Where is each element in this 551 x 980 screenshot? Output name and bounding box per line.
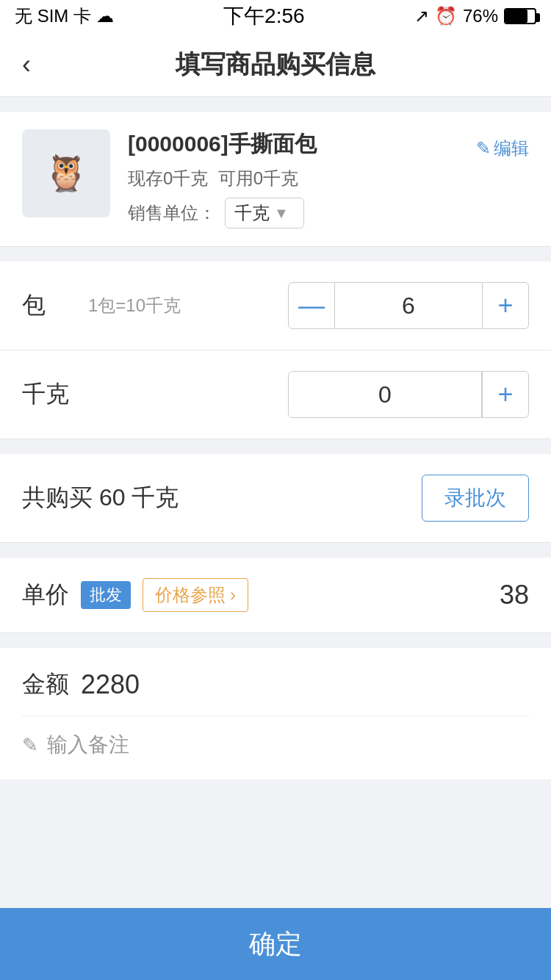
kg-qty-input[interactable] [288,371,482,418]
sim-label: 无 SIM 卡 ☁ [15,4,114,28]
remark-row[interactable]: ✎ 输入备注 [22,716,529,779]
location-icon: ↗ [414,6,429,26]
price-section: 单价 批发 价格参照 › 38 [0,558,551,633]
kg-label: 千克 [22,378,81,411]
edit-button[interactable]: ✎ 编辑 [476,137,529,160]
bag-plus-button[interactable]: + [482,282,529,329]
nav-bar: ‹ 填写商品购买信息 [0,32,551,97]
price-label: 单价 [22,579,69,611]
alarm-icon: ⏰ [435,6,457,26]
price-value: 38 [500,580,529,610]
total-row: 共购买 60 千克 录批次 [0,454,551,543]
price-ref-button[interactable]: 价格参照 › [143,578,248,612]
price-tag: 批发 [81,581,131,609]
product-card: 🦉 [0000006]手撕面包 ✎ 编辑 现存0千克 可用0千克 销售单位： 千… [0,112,551,247]
status-left: 无 SIM 卡 ☁ [15,4,114,28]
price-ref-arrow-icon: › [230,585,236,605]
bag-qty-input[interactable] [335,282,482,329]
status-bar: 无 SIM 卡 ☁ 下午2:56 ↗ ⏰ 76% [0,0,551,32]
quantity-section: 包 1包=10千克 — + 千克 + [0,262,551,439]
amount-value: 2280 [81,669,140,700]
confirm-bar[interactable]: 确定 [0,908,551,980]
edit-icon: ✎ [476,138,491,159]
bag-qty-row: 包 1包=10千克 — + [0,262,551,350]
battery-text: 76% [463,6,498,26]
product-info: [0000006]手撕面包 ✎ 编辑 现存0千克 可用0千克 销售单位： 千克 … [128,129,529,228]
bag-qty-controls: — + [288,282,529,329]
total-text: 共购买 60 千克 [22,482,179,514]
kg-qty-row: 千克 + [0,350,551,439]
battery-icon [504,8,536,24]
unit-value: 千克 [234,201,270,225]
kg-qty-controls: + [288,371,529,418]
dropdown-arrow-icon: ▼ [274,205,289,222]
price-row: 单价 批发 价格参照 › 38 [22,578,529,612]
price-ref-label: 价格参照 [155,583,226,607]
edit-label: 编辑 [494,137,529,160]
amount-label: 金额 [22,669,69,701]
pencil-icon: ✎ [22,734,38,757]
product-owl-icon: 🦉 [44,153,88,194]
product-unit: 销售单位： 千克 ▼ [128,198,529,228]
unit-select[interactable]: 千克 ▼ [225,198,304,228]
remark-placeholder: 输入备注 [47,731,129,759]
bag-minus-button[interactable]: — [288,282,335,329]
bag-label: 包 [22,289,81,322]
status-time: 下午2:56 [223,2,305,30]
product-name: [0000006]手撕面包 [128,129,317,159]
page-title: 填写商品购买信息 [176,48,375,82]
amount-row: 金额 2280 [22,669,529,716]
back-button[interactable]: ‹ [22,49,31,80]
batch-button[interactable]: 录批次 [422,475,529,522]
kg-plus-button[interactable]: + [482,371,529,418]
product-stock: 现存0千克 可用0千克 [128,167,529,190]
bag-hint: 1包=10千克 [88,294,288,317]
product-image: 🦉 [22,129,110,217]
status-right: ↗ ⏰ 76% [414,6,536,26]
confirm-button[interactable]: 确定 [249,926,302,962]
amount-section: 金额 2280 ✎ 输入备注 [0,648,551,779]
